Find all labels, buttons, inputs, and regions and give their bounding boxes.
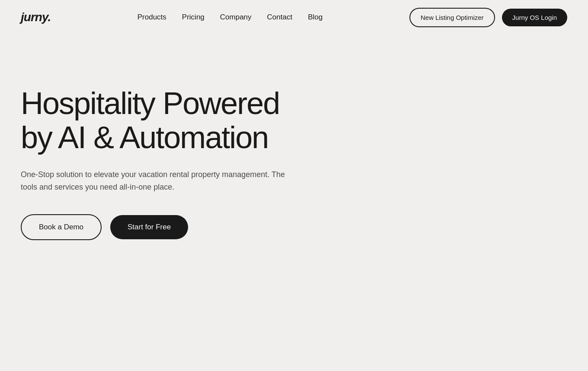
nav-item-blog[interactable]: Blog xyxy=(308,13,323,22)
start-free-button[interactable]: Start for Free xyxy=(110,215,188,239)
hero-subtitle: One-Stop solution to elevate your vacati… xyxy=(21,168,289,193)
jurny-os-login-button[interactable]: Jurny OS Login xyxy=(502,9,567,26)
nav-links: Products Pricing Company Contact Blog xyxy=(137,13,323,22)
nav-item-products[interactable]: Products xyxy=(137,13,166,22)
hero-actions: Book a Demo Start for Free xyxy=(21,214,308,240)
book-demo-button[interactable]: Book a Demo xyxy=(21,214,102,240)
logo[interactable]: jurny. xyxy=(21,10,51,24)
nav-actions: New Listing Optimizer Jurny OS Login xyxy=(409,8,567,27)
hero-title: Hospitality Powered by AI & Automation xyxy=(21,86,308,155)
hero-section: Hospitality Powered by AI & Automation O… xyxy=(0,35,329,275)
navbar: jurny. Products Pricing Company Contact … xyxy=(0,0,588,35)
nav-item-company[interactable]: Company xyxy=(220,13,252,22)
nav-item-pricing[interactable]: Pricing xyxy=(182,13,205,22)
new-listing-optimizer-button[interactable]: New Listing Optimizer xyxy=(409,8,495,27)
nav-item-contact[interactable]: Contact xyxy=(267,13,293,22)
